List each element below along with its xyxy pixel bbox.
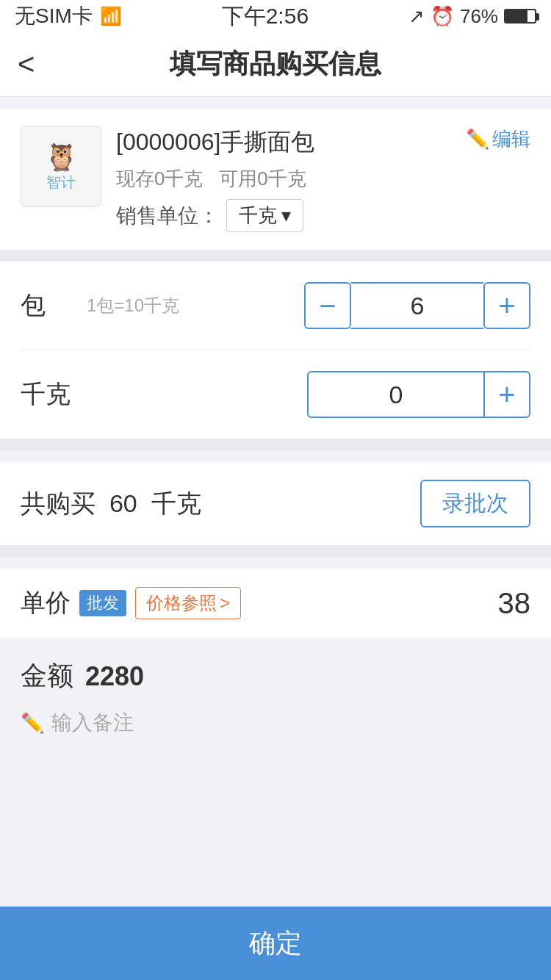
status-left: 无SIM卡 📶 bbox=[15, 2, 122, 30]
separator-3 bbox=[0, 545, 551, 557]
separator-2 bbox=[0, 439, 551, 450]
unit-select[interactable]: 千克 ▾ bbox=[226, 199, 303, 232]
product-thumbnail: 🦉 智计 bbox=[21, 126, 101, 207]
wifi-icon: 📶 bbox=[100, 6, 122, 26]
product-name: [0000006]手撕面包 bbox=[116, 126, 314, 159]
package-stepper: − + bbox=[304, 282, 530, 329]
note-placeholder: 输入备注 bbox=[51, 709, 134, 737]
page-title: 填写商品购买信息 bbox=[170, 46, 381, 82]
amount-section: 金额 2280 ✏️ 输入备注 bbox=[0, 638, 551, 749]
edit-icon: ✏️ bbox=[466, 128, 489, 151]
price-row: 单价 批发 价格参照 > 38 bbox=[21, 586, 530, 620]
amount-label: 金额 bbox=[21, 658, 73, 694]
product-logo-text: 智计 bbox=[46, 173, 76, 192]
price-ref-arrow-icon: > bbox=[220, 593, 230, 613]
package-value-input[interactable] bbox=[351, 282, 483, 329]
total-section: 共购买 60 千克 录批次 bbox=[0, 462, 551, 545]
product-info: [0000006]手撕面包 ✏️ 编辑 现存0千克 可用0千克 销售单位： 千克… bbox=[116, 126, 530, 232]
kg-row: 千克 + bbox=[21, 350, 530, 439]
kg-stepper: + bbox=[307, 371, 530, 418]
confirm-button[interactable]: 确定 bbox=[0, 907, 551, 980]
price-ref-button[interactable]: 价格参照 > bbox=[135, 587, 241, 619]
price-label-group: 单价 批发 价格参照 > bbox=[21, 586, 241, 620]
package-label: 包 bbox=[21, 289, 79, 323]
batch-button[interactable]: 录批次 bbox=[420, 480, 530, 527]
status-bar: 无SIM卡 📶 下午2:56 ↗ ⏰ 76% bbox=[0, 0, 551, 32]
status-right: ↗ ⏰ 76% bbox=[408, 5, 536, 28]
input-section: 包 1包=10千克 − + 千克 + bbox=[0, 262, 551, 439]
amount-row: 金额 2280 bbox=[21, 658, 530, 694]
back-button[interactable]: < bbox=[18, 48, 35, 81]
product-stock: 现存0千克 可用0千克 bbox=[116, 166, 530, 192]
nav-bar: < 填写商品购买信息 bbox=[0, 32, 551, 97]
status-time: 下午2:56 bbox=[222, 1, 309, 32]
price-label: 单价 bbox=[21, 586, 71, 620]
package-plus-button[interactable]: + bbox=[483, 282, 530, 329]
confirm-text: 确定 bbox=[249, 926, 302, 962]
gps-icon: ↗ bbox=[408, 5, 425, 28]
product-header-row: [0000006]手撕面包 ✏️ 编辑 bbox=[116, 126, 530, 166]
product-unit-row: 销售单位： 千克 ▾ bbox=[116, 199, 530, 232]
package-sublabel: 1包=10千克 bbox=[87, 294, 304, 317]
carrier-text: 无SIM卡 bbox=[15, 2, 93, 30]
edit-button[interactable]: ✏️ 编辑 bbox=[466, 126, 530, 152]
alarm-icon: ⏰ bbox=[431, 5, 454, 28]
price-value: 38 bbox=[498, 587, 531, 620]
battery-icon bbox=[504, 9, 536, 24]
battery-text: 76% bbox=[460, 5, 498, 28]
package-row: 包 1包=10千克 − + bbox=[21, 262, 530, 350]
package-minus-button[interactable]: − bbox=[304, 282, 351, 329]
total-text: 共购买 60 千克 bbox=[21, 487, 201, 521]
pencil-icon: ✏️ bbox=[21, 712, 44, 735]
price-section: 单价 批发 价格参照 > 38 bbox=[0, 569, 551, 638]
price-batch-badge: 批发 bbox=[79, 590, 126, 616]
kg-label: 千克 bbox=[21, 378, 79, 411]
separator-1 bbox=[0, 250, 551, 262]
product-logo-icon: 🦉 bbox=[45, 142, 78, 173]
dropdown-icon: ▾ bbox=[281, 204, 291, 227]
amount-value: 2280 bbox=[85, 661, 144, 692]
product-card: 🦉 智计 [0000006]手撕面包 ✏️ 编辑 现存0千克 可用0千克 销售单… bbox=[0, 109, 551, 250]
note-row[interactable]: ✏️ 输入备注 bbox=[21, 709, 530, 737]
kg-value-input[interactable] bbox=[307, 371, 483, 418]
kg-plus-button[interactable]: + bbox=[483, 371, 530, 418]
